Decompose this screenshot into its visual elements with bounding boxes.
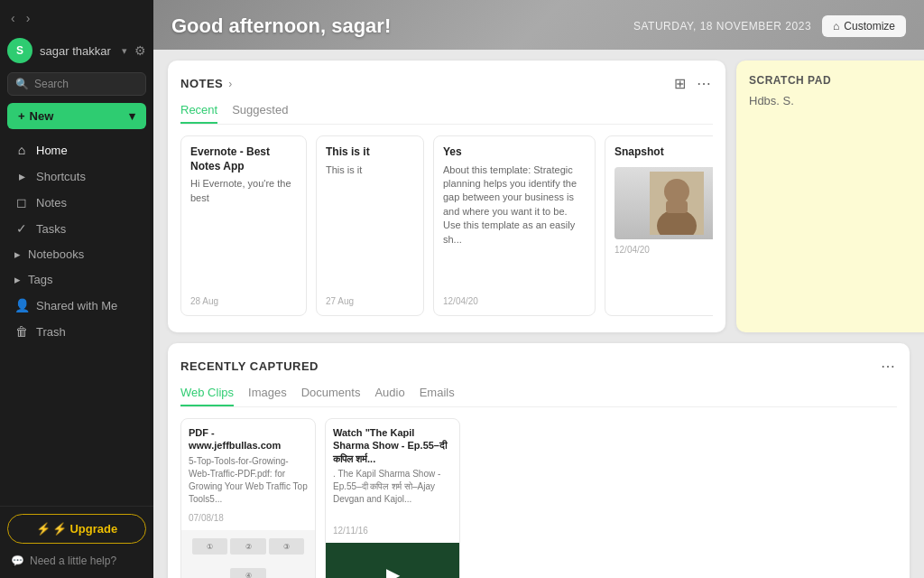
gear-icon[interactable]: ⚙ xyxy=(134,43,146,58)
main-area: Good afternoon, sagar! Saturday, 18 Nove… xyxy=(153,0,924,578)
captured-widget-actions: ⋯ xyxy=(879,356,897,377)
captured-tab-audio[interactable]: Audio xyxy=(374,386,404,406)
capture-card-info: Watch "The Kapil Sharma Show - Ep.55–दी … xyxy=(326,419,459,543)
new-plus-icon: + xyxy=(18,109,25,123)
top-row: NOTES › ⊞ ⋯ Recent Suggested Evernote - xyxy=(168,61,910,332)
date-text: Saturday, 18 November 2023 xyxy=(633,20,811,33)
capture-thumbnail-pdf: ① ② ③ ④ xyxy=(181,530,315,578)
sidebar-section-tags-label: Tags xyxy=(28,273,52,286)
capture-title: Watch "The Kapil Sharma Show - Ep.55–दी … xyxy=(333,426,452,465)
search-placeholder: Search xyxy=(34,78,69,90)
sidebar-item-trash[interactable]: 🗑 Trash xyxy=(4,319,150,344)
notes-grid: Evernote - Best Notes App Hi Evernote, y… xyxy=(180,135,713,320)
nav-back-button[interactable]: ‹ xyxy=(7,9,19,27)
sidebar-item-home[interactable]: ⌂ Home xyxy=(4,137,150,163)
notes-layout-button[interactable]: ⊞ xyxy=(672,73,688,94)
sidebar-section-notebooks[interactable]: ▸ Notebooks xyxy=(4,242,150,266)
svg-point-1 xyxy=(664,179,689,204)
sidebar-item-shared[interactable]: 👤 Shared with Me xyxy=(4,293,150,318)
note-card-snapshot[interactable]: Snapshot 12/04/20 xyxy=(605,135,713,316)
scratch-pad-content[interactable]: Hdbs. S. xyxy=(749,94,924,107)
notes-more-button[interactable]: ⋯ xyxy=(695,73,713,94)
capture-date: 12/11/16 xyxy=(333,526,452,536)
thumb-item-4: ④ xyxy=(230,568,265,578)
new-button-label-group: + New xyxy=(18,109,53,123)
upgrade-button[interactable]: ⚡ ⚡ Upgrade xyxy=(7,514,146,544)
new-label: New xyxy=(30,109,54,123)
capture-thumbnail-video: ▶ xyxy=(326,543,459,578)
note-preview: About this template: Strategic planning … xyxy=(443,163,586,291)
captured-tabs-row: Web Clips Images Documents Audio Emails xyxy=(180,386,897,407)
sidebar-bottom: ⚡ ⚡ Upgrade 💬 Need a little help? xyxy=(0,506,153,578)
capture-preview: . The Kapil Sharma Show - Ep.55–दी कपिल … xyxy=(333,468,452,522)
thumb-item-1: ① xyxy=(192,538,227,555)
tasks-icon: ✓ xyxy=(14,221,29,236)
sidebar-item-home-label: Home xyxy=(36,144,68,157)
customize-home-icon: ⌂ xyxy=(833,20,839,33)
notes-icon: ◻ xyxy=(14,195,29,210)
help-label: Need a little help? xyxy=(30,555,116,567)
sidebar-item-shortcuts-label: Shortcuts xyxy=(36,170,86,183)
captured-tab-documents[interactable]: Documents xyxy=(301,386,361,406)
thumb-item-3: ③ xyxy=(269,538,304,555)
shared-icon: 👤 xyxy=(14,298,29,312)
note-date: 12/04/20 xyxy=(443,296,586,306)
notes-title-row: NOTES › xyxy=(180,77,232,90)
notes-widget-header: NOTES › ⊞ ⋯ xyxy=(180,73,713,94)
captured-widget-title: RECENTLY CAPTURED xyxy=(180,359,319,373)
customize-label: Customize xyxy=(844,20,895,33)
new-button[interactable]: + New ▾ xyxy=(7,103,146,129)
thumb-item-2: ② xyxy=(230,538,265,555)
main-content: NOTES › ⊞ ⋯ Recent Suggested Evernote - xyxy=(153,50,924,578)
sidebar-item-notes[interactable]: ◻ Notes xyxy=(4,190,150,215)
new-chevron-icon: ▾ xyxy=(129,109,135,123)
play-icon: ▶ xyxy=(386,564,400,578)
search-bar[interactable]: 🔍 Search xyxy=(7,72,146,96)
sidebar-item-tasks-label: Tasks xyxy=(36,222,66,236)
note-title: Yes xyxy=(443,145,586,160)
sidebar-item-shortcuts[interactable]: ▸ Shortcuts xyxy=(4,163,150,189)
nav-forward-button[interactable]: › xyxy=(23,9,34,27)
note-date: 27 Aug xyxy=(326,296,414,306)
search-icon: 🔍 xyxy=(15,78,29,90)
captured-grid: PDF - www.jeffbullas.com 5-Top-Tools-for… xyxy=(180,418,897,578)
help-icon: 💬 xyxy=(11,555,24,567)
note-date: 28 Aug xyxy=(190,296,297,306)
note-card-evernote[interactable]: Evernote - Best Notes App Hi Evernote, y… xyxy=(180,135,307,316)
trash-icon: 🗑 xyxy=(14,324,29,339)
tab-recent[interactable]: Recent xyxy=(180,103,217,124)
captured-tab-images[interactable]: Images xyxy=(248,386,287,406)
note-card-yes[interactable]: Yes About this template: Strategic plann… xyxy=(433,135,596,316)
sidebar-section-tags[interactable]: ▸ Tags xyxy=(4,267,150,292)
capture-card-pdf[interactable]: PDF - www.jeffbullas.com 5-Top-Tools-for… xyxy=(180,418,316,578)
video-thumbnail-visual: ▶ xyxy=(326,543,459,578)
recently-captured-widget: RECENTLY CAPTURED ⋯ Web Clips Images Doc… xyxy=(168,343,910,578)
user-row[interactable]: S sagar thakkar ▾ ⚙ xyxy=(0,33,153,69)
scratch-pad-title: SCRATCH PAD xyxy=(749,74,831,87)
note-title: Evernote - Best Notes App xyxy=(190,145,297,173)
capture-preview: 5-Top-Tools-for-Growing-Web-Traffic-PDF.… xyxy=(189,455,308,509)
capture-card-video[interactable]: Watch "The Kapil Sharma Show - Ep.55–दी … xyxy=(325,418,460,578)
captured-tab-webclips[interactable]: Web Clips xyxy=(180,386,234,406)
captured-more-button[interactable]: ⋯ xyxy=(879,356,897,377)
sidebar: ‹ › S sagar thakkar ▾ ⚙ 🔍 Search + New ▾… xyxy=(0,0,153,578)
captured-title-row: RECENTLY CAPTURED xyxy=(180,359,319,373)
notes-chevron-icon[interactable]: › xyxy=(228,78,232,90)
user-name: sagar thakkar xyxy=(40,44,115,58)
note-card-this-is-it[interactable]: This is it This is it 27 Aug xyxy=(316,135,424,316)
upgrade-label: ⚡ Upgrade xyxy=(52,522,117,536)
sidebar-nav: ⌂ Home ▸ Shortcuts ◻ Notes ✓ Tasks ▸ Not… xyxy=(0,136,153,506)
help-row[interactable]: 💬 Need a little help? xyxy=(7,551,146,571)
tags-chevron-icon: ▸ xyxy=(14,273,21,286)
user-chevron: ▾ xyxy=(122,45,127,57)
capture-date: 07/08/18 xyxy=(189,513,308,523)
tab-suggested[interactable]: Suggested xyxy=(232,103,288,124)
note-date: 12/04/20 xyxy=(614,245,713,255)
greeting-text: Good afternoon, sagar! xyxy=(171,14,391,38)
sidebar-item-tasks[interactable]: ✓ Tasks xyxy=(4,216,150,241)
captured-tab-emails[interactable]: Emails xyxy=(420,386,455,406)
note-preview: This is it xyxy=(326,163,414,291)
sidebar-item-trash-label: Trash xyxy=(36,325,66,339)
customize-button[interactable]: ⌂ Customize xyxy=(822,15,906,37)
note-image xyxy=(614,167,713,239)
